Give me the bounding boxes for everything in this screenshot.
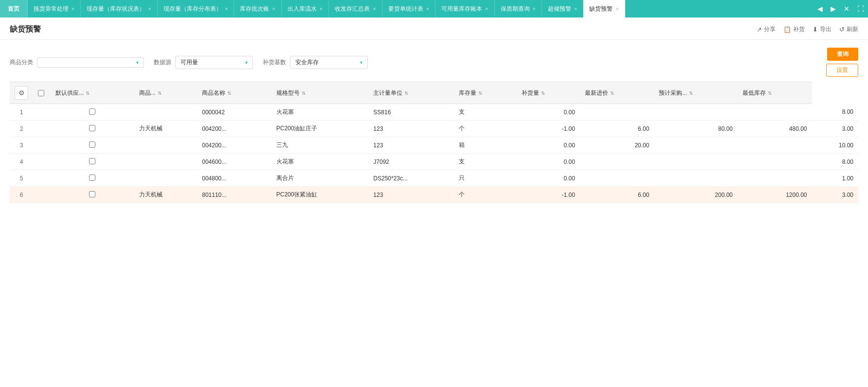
export-button[interactable]: ⬇ 导出 — [813, 25, 832, 34]
row-latest-price: 200.00 — [654, 187, 738, 203]
col-gear[interactable]: ⚙ — [10, 82, 33, 104]
row-checkbox-cell[interactable] — [51, 121, 134, 137]
tab-expiry-close[interactable]: × — [533, 6, 536, 12]
tab-demand-stat[interactable]: 要货单统计表 × — [382, 0, 435, 18]
col-unit[interactable]: 主计量单位 ⇅ — [368, 82, 453, 104]
row-min-stock: 3.00 — [812, 121, 858, 137]
table-header-row: ⚙ 默认供应... ⇅ — [10, 82, 858, 104]
tab-stock-status[interactable]: 现存量（库存状况表） × — [81, 0, 157, 18]
tab-home[interactable]: 首页 — [0, 0, 28, 18]
col-spec[interactable]: 规格型号 ⇅ — [271, 82, 369, 104]
page-title: 缺货预警 — [10, 24, 41, 35]
settings-button[interactable]: 设置 — [826, 64, 858, 77]
row-stock: 0.00 — [517, 170, 580, 187]
category-select[interactable]: ▾ — [37, 57, 144, 68]
row-checkbox[interactable] — [89, 158, 95, 164]
col-checkbox[interactable] — [33, 82, 51, 104]
row-stock: 0.00 — [517, 137, 580, 154]
restock-base-select-value: 安全库存 — [295, 58, 319, 67]
column-settings-icon[interactable]: ⚙ — [15, 86, 28, 100]
col-restock-qty-label: 补货量 — [522, 89, 539, 97]
tab-stock-dist[interactable]: 现存量（库存分布表） × — [158, 0, 234, 18]
tab-expiry[interactable]: 保质期查询 × — [495, 0, 542, 18]
tab-overstock[interactable]: 超储预警 × — [542, 0, 583, 18]
tab-inout-flow-label: 出入库流水 — [288, 5, 317, 13]
col-supplier[interactable]: 默认供应... ⇅ — [51, 82, 134, 104]
tab-avail-ledger[interactable]: 可用量库存账本 × — [435, 0, 494, 18]
row-checkbox[interactable] — [89, 141, 95, 148]
row-checkbox-cell[interactable] — [51, 104, 134, 121]
table-container: ⚙ 默认供应... ⇅ — [0, 82, 868, 213]
header-actions: ↗ 分享 📋 补货 ⬇ 导出 ↺ 刷新 — [757, 25, 858, 34]
tab-abnormal-close[interactable]: × — [72, 6, 74, 12]
row-gear-cell — [33, 121, 51, 137]
row-checkbox-cell[interactable] — [51, 154, 134, 170]
select-all-checkbox[interactable] — [38, 90, 44, 96]
tab-collect-summary[interactable]: 收发存汇总表 × — [329, 0, 382, 18]
tab-next-button[interactable]: ▶ — [827, 0, 840, 18]
col-goods-code[interactable]: 商品... ⇅ — [134, 82, 198, 104]
category-label: 商品分类 — [10, 58, 33, 67]
tab-overstock-label: 超储预警 — [548, 5, 571, 13]
row-latest-price — [654, 137, 738, 154]
tab-prev-button[interactable]: ◀ — [814, 0, 827, 18]
refresh-button[interactable]: ↺ 刷新 — [839, 25, 858, 34]
table-row: 5 004800... 离合片 DS250*23c... 只 0.00 1.00 — [10, 170, 858, 187]
row-checkbox[interactable] — [89, 175, 95, 181]
row-restock-qty: 6.00 — [580, 187, 654, 203]
row-checkbox-cell[interactable] — [51, 187, 134, 203]
col-latest-price-sort-icon: ⇅ — [610, 90, 614, 96]
row-checkbox-cell[interactable] — [51, 170, 134, 187]
tab-maximize-button[interactable]: ⛶ — [853, 0, 868, 18]
col-stock[interactable]: 库存量 ⇅ — [454, 82, 517, 104]
col-est-purchase-sort-icon: ⇅ — [689, 90, 693, 96]
tab-batch-account-close[interactable]: × — [272, 6, 275, 12]
row-stock: 0.00 — [517, 104, 580, 121]
tab-avail-ledger-close[interactable]: × — [485, 6, 488, 12]
col-latest-price[interactable]: 最新进价 ⇅ — [580, 82, 654, 104]
tab-batch-account-label: 库存批次账 — [240, 5, 269, 13]
col-goods-name[interactable]: 商品名称 ⇅ — [197, 82, 271, 104]
restock-button[interactable]: 📋 补货 — [783, 25, 805, 34]
export-label: 导出 — [820, 25, 832, 34]
tab-batch-account[interactable]: 库存批次账 × — [234, 0, 281, 18]
row-min-stock: 1.00 — [812, 170, 858, 187]
row-unit: 只 — [454, 170, 517, 187]
tab-inout-flow[interactable]: 出入库流水 × — [282, 0, 329, 18]
tab-collect-summary-close[interactable]: × — [373, 6, 376, 12]
row-checkbox-cell[interactable] — [51, 137, 134, 154]
tab-stock-dist-close[interactable]: × — [225, 6, 228, 12]
tab-inout-flow-close[interactable]: × — [320, 6, 323, 12]
row-supplier — [134, 137, 198, 154]
tab-stock-status-label: 现存量（库存状况表） — [87, 5, 145, 13]
query-button[interactable]: 查询 — [827, 48, 858, 61]
tab-close-button[interactable]: ✕ — [840, 0, 853, 18]
tab-demand-stat-close[interactable]: × — [426, 6, 429, 12]
tab-shortage[interactable]: 缺货预警 × — [583, 0, 625, 18]
main-content: 缺货预警 ↗ 分享 📋 补货 ⬇ 导出 ↺ 刷新 商品分类 — [0, 18, 868, 387]
col-min-stock[interactable]: 最低库存 ⇅ — [738, 82, 812, 104]
col-min-stock-label: 最低库存 — [742, 89, 766, 97]
datasource-select-value: 可用量 — [181, 58, 198, 67]
tab-abnormal[interactable]: 拣货异常处理 × — [28, 0, 81, 18]
row-checkbox[interactable] — [89, 191, 95, 197]
col-restock-qty[interactable]: 补货量 ⇅ — [517, 82, 580, 104]
row-est-purchase — [738, 170, 812, 187]
row-checkbox[interactable] — [89, 125, 95, 131]
col-est-purchase[interactable]: 预计采购... ⇅ — [654, 82, 738, 104]
tab-shortage-close[interactable]: × — [615, 6, 618, 12]
tab-stock-status-close[interactable]: × — [148, 6, 151, 12]
tab-overstock-close[interactable]: × — [574, 6, 577, 12]
restock-label: 补货 — [793, 25, 805, 34]
share-button[interactable]: ↗ 分享 — [757, 25, 776, 34]
datasource-dropdown-icon: ▾ — [245, 60, 248, 65]
table-row: 4 004600... 火花塞 J7092 支 0.00 8.00 — [10, 154, 858, 170]
row-goods-code: 004200... — [197, 121, 271, 137]
row-goods-code: 004800... — [197, 170, 271, 187]
datasource-select[interactable]: 可用量 ▾ — [175, 56, 253, 69]
col-unit-label: 主计量单位 — [373, 89, 402, 97]
export-icon: ⬇ — [813, 26, 818, 33]
row-checkbox[interactable] — [89, 108, 95, 115]
restock-base-select[interactable]: 安全库存 ▾ — [290, 56, 368, 69]
row-est-purchase — [738, 154, 812, 170]
